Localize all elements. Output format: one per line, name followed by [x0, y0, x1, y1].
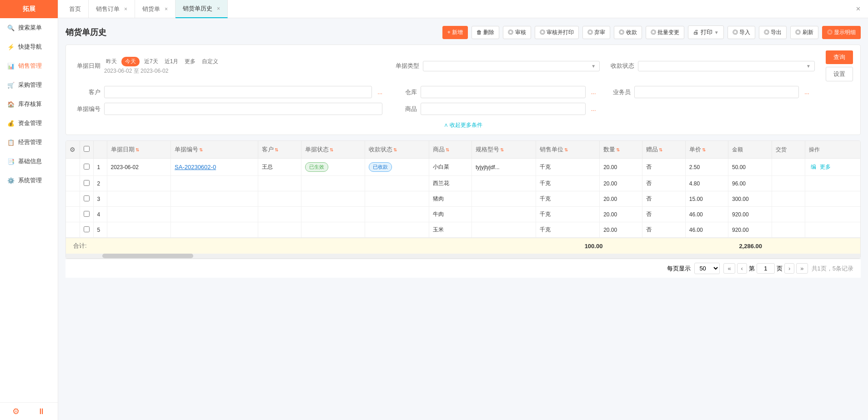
- tab-sales-goods[interactable]: 销货单 ×: [135, 0, 176, 18]
- col-spec[interactable]: 规格型号 ⇅: [472, 141, 536, 159]
- warehouse-input[interactable]: [421, 86, 586, 98]
- sidebar-item-basic-info[interactable]: 📑 基础信息: [0, 152, 58, 171]
- display-detail-button[interactable]: ◎ 显示明细: [822, 26, 861, 39]
- cell-quantity: 20.00: [600, 222, 642, 238]
- col-gift[interactable]: 赠品 ⇅: [642, 141, 685, 159]
- date-tab-7days[interactable]: 近7天: [142, 57, 160, 66]
- cell-checkbox[interactable]: [80, 222, 93, 238]
- date-tab-custom[interactable]: 自定义: [200, 57, 220, 66]
- cell-checkbox[interactable]: [80, 207, 93, 222]
- sidebar-item-system[interactable]: ⚙️ 系统管理: [0, 171, 58, 190]
- doc-type-select[interactable]: ▼: [423, 61, 600, 71]
- setting-button[interactable]: 设置: [826, 67, 853, 81]
- sidebar-item-operations[interactable]: 📋 经营管理: [0, 133, 58, 152]
- cell-checkbox[interactable]: [80, 176, 93, 191]
- cell-doc-status: [301, 207, 365, 222]
- settings-icon[interactable]: ⚙: [12, 406, 20, 416]
- cell-amount: 300.00: [728, 191, 772, 207]
- row-checkbox[interactable]: [84, 180, 90, 186]
- sidebar-item-search[interactable]: 🔍 搜索菜单: [0, 18, 58, 37]
- review-button[interactable]: ◎ 审核: [503, 26, 531, 39]
- batch-change-button[interactable]: ◎ 批量变更: [646, 26, 684, 39]
- finance-icon: 💰: [7, 120, 15, 127]
- doc-no-link[interactable]: SA-20230602-0: [175, 164, 216, 170]
- tab-sales-goods-label: 销货单: [142, 5, 160, 13]
- col-unit-price[interactable]: 单价 ⇅: [685, 141, 728, 159]
- sort-goods-icon: ⇅: [446, 147, 449, 152]
- row-checkbox[interactable]: [84, 226, 90, 232]
- more-action-button[interactable]: 更多: [818, 162, 833, 172]
- table-row: 1 2023-06-02 SA-20230602-0 王总 已生效 已收款 小白…: [66, 159, 860, 176]
- col-action: 操作: [805, 141, 860, 159]
- page-number-input[interactable]: [757, 263, 775, 274]
- tab-sales-goods-close[interactable]: ×: [165, 6, 168, 12]
- tab-sales-history[interactable]: 销货单历史 ×: [176, 0, 228, 18]
- col-checkbox[interactable]: [80, 141, 93, 159]
- sidebar-item-inventory[interactable]: 🏠 库存核算: [0, 95, 58, 114]
- prev-page-button[interactable]: ‹: [737, 263, 747, 274]
- col-unit[interactable]: 销售单位 ⇅: [536, 141, 600, 159]
- col-quantity[interactable]: 数量 ⇅: [600, 141, 642, 159]
- col-doc-status[interactable]: 单据状态 ⇅: [301, 141, 365, 159]
- customer-input[interactable]: [104, 86, 372, 98]
- abandon-button[interactable]: ◎ 弃审: [582, 26, 610, 39]
- col-customer[interactable]: 客户 ⇅: [258, 141, 301, 159]
- sidebar-item-finance[interactable]: 💰 资金管理: [0, 114, 58, 133]
- date-tab-yesterday[interactable]: 昨天: [104, 57, 119, 66]
- export-button[interactable]: ◎ 导出: [759, 26, 787, 39]
- tab-sales-history-close[interactable]: ×: [217, 6, 220, 11]
- row-checkbox[interactable]: [84, 195, 90, 201]
- sidebar-item-purchase[interactable]: 🛒 采购管理: [0, 75, 58, 95]
- new-button[interactable]: + 新增: [442, 26, 468, 39]
- col-goods[interactable]: 商品 ⇅: [429, 141, 472, 159]
- import-button[interactable]: ◎ 导入: [728, 26, 755, 39]
- search-collapse[interactable]: ∧ 收起更多条件: [73, 120, 853, 129]
- review-print-button[interactable]: ◎ 审核并打印: [535, 26, 579, 39]
- cell-checkbox[interactable]: [80, 191, 93, 207]
- sidebar-item-label: 搜索菜单: [18, 24, 42, 32]
- query-button[interactable]: 查询: [826, 50, 853, 64]
- payment-status-select[interactable]: ▼: [638, 61, 815, 71]
- cell-gift: 否: [642, 222, 685, 238]
- warehouse-ellipsis[interactable]: ...: [591, 89, 596, 95]
- table-settings-icon[interactable]: ⚙: [70, 146, 75, 153]
- tab-sales-order[interactable]: 销售订单 ×: [89, 0, 135, 18]
- row-checkbox[interactable]: [84, 164, 90, 170]
- goods-ellipsis[interactable]: ...: [591, 105, 596, 112]
- staff-ellipsis[interactable]: ...: [804, 89, 809, 95]
- staff-input[interactable]: [634, 86, 799, 98]
- tab-home[interactable]: 首页: [62, 0, 89, 18]
- next-page-button[interactable]: ›: [784, 263, 794, 274]
- sidebar-item-sales[interactable]: 📊 销售管理: [0, 56, 58, 75]
- first-page-button[interactable]: «: [723, 263, 735, 274]
- last-page-button[interactable]: »: [796, 263, 808, 274]
- col-payment-status[interactable]: 收款状态 ⇅: [365, 141, 429, 159]
- row-checkbox[interactable]: [84, 211, 90, 217]
- system-icon: ⚙️: [7, 177, 15, 184]
- col-doc-date[interactable]: 单据日期 ⇅: [107, 141, 171, 159]
- edit-action-button[interactable]: 编: [809, 162, 818, 172]
- collect-button[interactable]: ◎ 收款: [614, 26, 642, 39]
- doc-no-input[interactable]: [104, 103, 382, 115]
- table-scrollbar[interactable]: [66, 254, 860, 258]
- cell-checkbox[interactable]: [80, 159, 93, 176]
- tab-sales-order-close[interactable]: ×: [124, 6, 127, 12]
- page-size-select[interactable]: 50 10 20 100: [694, 263, 720, 274]
- col-doc-no[interactable]: 单据编号 ⇅: [171, 141, 258, 159]
- date-tab-more[interactable]: 更多: [183, 57, 197, 66]
- select-all-checkbox[interactable]: [84, 146, 90, 152]
- goods-input[interactable]: [421, 103, 586, 115]
- refresh-button[interactable]: ◎ 刷新: [790, 26, 818, 39]
- print-button[interactable]: 🖨 打印 ▼: [688, 25, 724, 39]
- tab-bar-close-all[interactable]: ✕: [852, 4, 864, 14]
- date-tab-today[interactable]: 今天: [121, 57, 140, 66]
- delete-button[interactable]: 🗑 删除: [472, 26, 499, 39]
- table-row: 4 牛肉 千克 20.00 否 46.00 920.00: [66, 207, 860, 222]
- cell-doc-date: [107, 176, 171, 191]
- col-settings[interactable]: ⚙: [66, 141, 80, 159]
- date-tab-1month[interactable]: 近1月: [163, 57, 181, 66]
- table-scroll-thumb[interactable]: [102, 254, 193, 258]
- customer-ellipsis[interactable]: ...: [377, 89, 382, 95]
- pause-icon[interactable]: ⏸: [37, 407, 45, 416]
- sidebar-item-quick-nav[interactable]: ⚡ 快捷导航: [0, 37, 58, 56]
